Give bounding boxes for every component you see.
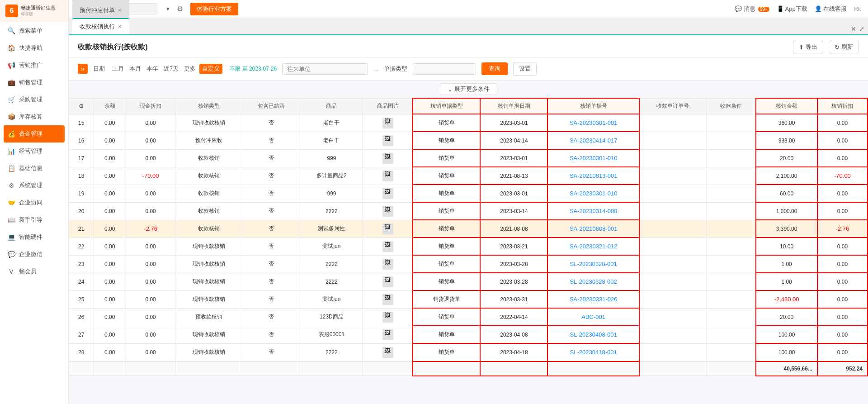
bill-no-link-13[interactable]: SL-20230418-001 — [570, 349, 617, 356]
cell-13-balance: 0.00 — [94, 343, 126, 361]
cell-1-cancel_bill_no[interactable]: SA-20230414-017 — [547, 132, 639, 149]
tab-close-2[interactable]: ✕ — [118, 24, 122, 30]
sidebar-label-system: 系统管理 — [19, 181, 42, 190]
cell-8-cancel_bill_no[interactable]: SL-20230328-001 — [547, 255, 639, 273]
bill-no-link-7[interactable]: SA-20230321-012 — [570, 243, 618, 250]
cell-10-cancel_bill_no[interactable]: SA-20230331-026 — [547, 290, 639, 308]
bill-no-link-2[interactable]: SA-20230301-010 — [570, 155, 618, 162]
system-icon: ⚙ — [7, 182, 15, 189]
cell-8-cancel_bill_date: 2023-03-28 — [480, 255, 547, 273]
cell-5-cancel_bill_no[interactable]: SA-20230314-008 — [547, 202, 639, 220]
sidebar-item-purchase[interactable]: 🛒 采购管理 — [0, 91, 68, 108]
topbar-gear-icon[interactable]: ⚙ — [177, 5, 183, 13]
bill-no-link-10[interactable]: SA-20230331-026 — [570, 296, 618, 303]
cancel-discount-val-6: -2.76 — [836, 225, 849, 232]
page-header-actions: ⬆ 导出 ↻ 刷新 — [793, 41, 859, 53]
tab-2[interactable]: 收款核销执行✕ — [72, 18, 129, 34]
maximize-icon[interactable]: ⤢ — [859, 25, 864, 33]
cell-1-cancel_type: 预付冲应收 — [175, 132, 242, 149]
cell-11-cancel_bill_no[interactable]: ABC-001 — [547, 308, 639, 326]
cell-9-cancel_discount: 0.00 — [817, 273, 868, 290]
sidebar-item-wechat[interactable]: 💬 企业微信 — [0, 246, 68, 263]
cell-3-include_settled: 否 — [242, 167, 300, 185]
cell-5-receipt_condition — [706, 202, 756, 220]
main-content: 🔍 ▾ ⚙ 体验行业方案 💬 消息 99+ 📱 App下载 👤 在线客服 Rit… — [69, 0, 868, 404]
cell-0-cancel_bill_no[interactable]: SA-20230301-001 — [547, 114, 639, 132]
cell-5-product: 2222 — [300, 202, 363, 220]
bill-no-link-11[interactable]: ABC-001 — [581, 314, 605, 320]
cell-2-cancel_bill_no[interactable]: SA-20230301-010 — [547, 149, 639, 167]
export-btn[interactable]: ⬆ 导出 — [793, 41, 823, 53]
settings-gear-icon[interactable]: ⚙ — [79, 103, 84, 109]
bill-no-link-3[interactable]: SA-20210813-001 — [570, 172, 618, 179]
sidebar-item-system[interactable]: ⚙ 系统管理 — [0, 177, 68, 194]
sidebar-item-inventory[interactable]: 📦 库存核算 — [0, 108, 68, 125]
search-icon: 🔍 — [7, 27, 15, 34]
sidebar-item-finance[interactable]: 💰 资金管理 — [4, 125, 65, 143]
sidebar-item-operations[interactable]: 📊 经营管理 — [0, 143, 68, 160]
expand-more-btn[interactable]: ⌄ 展开更多条件 — [440, 83, 497, 95]
cell-13-cancel_bill_type: 销货单 — [413, 343, 480, 361]
sidebar-item-enterprise[interactable]: 🤝 企业协同 — [0, 194, 68, 211]
filter-settings-btn[interactable]: 设置 — [513, 62, 537, 76]
filter-date-custom[interactable]: 自定义 — [199, 64, 222, 74]
th-product_image: 商品图片 — [363, 98, 413, 114]
tab-close-1[interactable]: ✕ — [118, 7, 122, 14]
close-tab-icon[interactable]: ✕ — [851, 25, 856, 33]
product-image-7: 🖼 — [382, 241, 393, 252]
filter-bill-type-label: 单据类型 — [384, 65, 407, 73]
sidebar-item-quick-nav[interactable]: 🏠 快捷导航 — [0, 39, 68, 57]
topbar-online-service[interactable]: 👤 在线客服 — [815, 5, 847, 13]
filter-search-btn[interactable]: 查询 — [481, 62, 508, 75]
sidebar-item-sales[interactable]: 💼 销售管理 — [0, 74, 68, 91]
filter-date-this-month[interactable]: 本月 — [127, 64, 143, 74]
filter-partner-input[interactable] — [282, 63, 368, 75]
bill-no-link-6[interactable]: SA-20210808-001 — [570, 225, 618, 232]
sidebar-item-search[interactable]: 🔍 搜索菜单 — [0, 22, 68, 39]
sidebar-label-inventory: 库存核算 — [19, 113, 42, 121]
sidebar-item-guide[interactable]: 📖 新手引导 — [0, 211, 68, 228]
th-receipt_order_no: 收款单订单号 — [639, 98, 706, 114]
cell-9-cancel_bill_no[interactable]: SL-20230328-002 — [547, 273, 639, 290]
bill-no-link-8[interactable]: SL-20230328-001 — [570, 261, 617, 267]
bill-no-link-12[interactable]: SL-20230408-001 — [570, 331, 617, 338]
cell-4-cancel_bill_no[interactable]: SA-20230301-010 — [547, 185, 639, 202]
sidebar-nav: 🔍 搜索菜单 🏠 快捷导航 📢 营销推广 💼 销售管理 🛒 采购管理 📦 库存核… — [0, 22, 68, 280]
cell-9-index: 24 — [69, 273, 94, 290]
cell-6-product: 测试多属性 — [300, 220, 363, 238]
cell-7-cancel_bill_no[interactable]: SA-20230321-012 — [547, 238, 639, 255]
filter-date-last-month[interactable]: 上月 — [110, 64, 126, 74]
inventory-icon: 📦 — [7, 113, 15, 120]
bill-no-link-5[interactable]: SA-20230314-008 — [570, 208, 618, 214]
cell-5-include_settled: 否 — [242, 202, 300, 220]
cell-13-cancel_bill_no[interactable]: SL-20230418-001 — [547, 343, 639, 361]
cell-3-cancel_bill_no[interactable]: SA-20210813-001 — [547, 167, 639, 185]
sidebar-item-member[interactable]: V 畅会员 — [0, 263, 68, 280]
topbar-message[interactable]: 💬 消息 99+ — [735, 5, 769, 13]
filter-toggle-btn[interactable]: » — [78, 64, 88, 74]
sidebar-item-hardware[interactable]: 💻 智能硬件 — [0, 228, 68, 246]
bill-no-link-9[interactable]: SL-20230328-002 — [570, 278, 617, 285]
tabs-container: 首页预付冲应付单✕收款核销执行✕ — [72, 0, 130, 34]
table-row: 170.000.00收款核销否999🖼销货单2023-03-01SA-20230… — [69, 149, 868, 167]
cell-13-receipt_condition — [706, 343, 756, 361]
filter-bill-type-select[interactable] — [413, 63, 476, 75]
topbar-app-download[interactable]: 📱 App下载 — [777, 5, 807, 13]
bill-no-link-0[interactable]: SA-20230301-001 — [570, 119, 618, 126]
footer-cancel_bill_no — [547, 361, 639, 376]
filter-date-7days[interactable]: 近7天 — [162, 64, 180, 74]
message-count-badge: 99+ — [758, 7, 769, 12]
refresh-btn[interactable]: ↻ 刷新 — [829, 41, 859, 53]
bill-no-link-1[interactable]: SA-20230414-017 — [570, 137, 618, 144]
logo-badge: 标准版 — [21, 11, 56, 17]
industry-btn[interactable]: 体验行业方案 — [190, 3, 238, 15]
cell-12-cancel_bill_no[interactable]: SL-20230408-001 — [547, 326, 639, 343]
sidebar-item-marketing[interactable]: 📢 营销推广 — [0, 57, 68, 74]
bill-no-link-4[interactable]: SA-20230301-010 — [570, 190, 618, 197]
topbar-dropdown-icon[interactable]: ▾ — [166, 5, 170, 12]
filter-date-this-year[interactable]: 本年 — [145, 64, 160, 74]
sidebar-item-base-info[interactable]: 📋 基础信息 — [0, 160, 68, 177]
cell-6-cancel_bill_no[interactable]: SA-20210808-001 — [547, 220, 639, 238]
filter-date-more[interactable]: 更多 — [182, 64, 198, 74]
tab-1[interactable]: 预付冲应付单✕ — [72, 3, 129, 18]
